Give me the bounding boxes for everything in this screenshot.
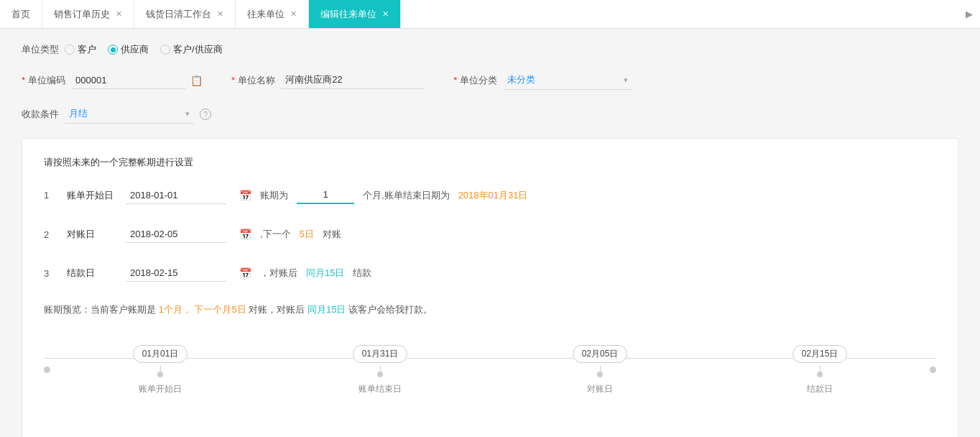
timeline-nodes-row: 01月01日 账单开始日 01月31日 账单结束日 (44, 345, 936, 395)
payment-terms-select[interactable]: 月结 ▾ (65, 104, 194, 124)
timeline-end-dot (930, 367, 936, 373)
period-payment-calendar-icon[interactable]: 📅 (239, 267, 251, 279)
radio-supplier-label: 供应商 (121, 43, 149, 56)
timeline-node-1-badge: 01月01日 (133, 345, 188, 363)
radio-supplier[interactable]: 供应商 (108, 43, 149, 56)
unit-name-input[interactable] (281, 72, 425, 89)
tab-edit-partner[interactable]: 编辑往来单位 ✕ (309, 0, 401, 28)
period-row-3: 3 结款日 📅 ，对账后 同月15日 结款 (44, 264, 936, 282)
unit-category-group: * 单位分类 未分类 ▾ (453, 70, 632, 90)
timeline-start-dot (44, 367, 50, 373)
payment-terms-row: 收款条件 月结 ▾ ? (22, 104, 958, 124)
period-start-calendar-icon[interactable]: 📅 (239, 190, 251, 201)
timeline-node-1-label: 账单开始日 (139, 383, 182, 395)
timeline-node-4-badge: 02月15日 (792, 345, 848, 363)
timeline: 01月01日 账单开始日 01月31日 账单结束日 (44, 331, 936, 424)
radio-both[interactable]: 客户/供应商 (160, 43, 223, 56)
radio-customer-label: 客户 (78, 43, 96, 56)
timeline-node-3-dot (597, 372, 603, 377)
period-field-label-3: 结款日 (67, 267, 117, 280)
main-content: 单位类型 客户 供应商 客户/供应商 * 单位编码 📋 * 单位名称 (0, 29, 980, 437)
unit-name-label: 单位名称 (238, 74, 275, 87)
tab-cash-work-close[interactable]: ✕ (217, 9, 223, 19)
tab-sales-history-close[interactable]: ✕ (116, 9, 122, 19)
period-field-label-1: 账单开始日 (67, 189, 117, 202)
payment-terms-arrow: ▾ (185, 109, 190, 119)
period-payment-suffix: 结款 (353, 267, 371, 280)
unit-type-label: 单位类型 (22, 43, 59, 56)
timeline-node-2-dot (377, 372, 383, 377)
unit-category-star: * (453, 75, 457, 86)
tab-sales-history-label: 销售订单历史 (54, 8, 110, 21)
payment-terms-label: 收款条件 (22, 108, 59, 121)
unit-code-star: * (22, 75, 25, 86)
timeline-node-1: 01月01日 账单开始日 (133, 345, 188, 395)
timeline-node-1-dot (157, 372, 163, 377)
radio-both-circle (160, 45, 170, 55)
timeline-node-4-label: 结款日 (807, 383, 833, 395)
unit-category-label: 单位分类 (460, 74, 497, 87)
timeline-node-4-dot (817, 372, 823, 377)
tab-cash-work[interactable]: 钱货日清工作台 ✕ (134, 0, 236, 28)
tab-partner-unit-label: 往来单位 (247, 8, 285, 21)
period-reconcile-calendar-icon[interactable]: 📅 (239, 229, 251, 240)
unit-type-radio-group: 客户 供应商 客户/供应商 (65, 43, 223, 56)
preview-text: 账期预览：当前客户账期是 1个月， 下一个月5日 对账，对账后 同月15日 该客… (44, 303, 936, 316)
preview-section: 账期预览：当前客户账期是 1个月， 下一个月5日 对账，对账后 同月15日 该客… (44, 303, 936, 424)
period-card: 请按照未来的一个完整帐期进行设置 1 账单开始日 📅 账期为 个月,账单结束日期… (22, 138, 958, 437)
timeline-node-3-label: 对账日 (587, 383, 613, 395)
timeline-node-2-badge: 01月31日 (353, 345, 408, 363)
preview-part1: 1个月， (159, 304, 192, 315)
timeline-node-2: 01月31日 账单结束日 (353, 345, 408, 395)
preview-part4: 同月15日 (308, 304, 346, 315)
period-num-1: 1 (44, 190, 58, 201)
period-row-1: 1 账单开始日 📅 账期为 个月,账单结束日期为 2018年01月31日 (44, 186, 936, 204)
tabs-bar: 首页 销售订单历史 ✕ 钱货日清工作台 ✕ 往来单位 ✕ 编辑往来单位 ✕ ▶ (0, 0, 980, 29)
unit-code-input[interactable] (71, 72, 186, 89)
timeline-end-circle (930, 367, 936, 373)
tab-edit-partner-close[interactable]: ✕ (382, 9, 389, 19)
period-reconcile-highlight: 5日 (300, 228, 314, 241)
preview-part2: 下一个月5日 (194, 304, 246, 315)
timeline-node-1-stem (160, 366, 161, 372)
period-payment-highlight: 同月15日 (306, 267, 344, 280)
period-payment-date-input[interactable] (126, 264, 226, 282)
period-unit-1: 个月,账单结束日期为 (363, 189, 450, 202)
tab-sales-history[interactable]: 销售订单历史 ✕ (42, 0, 134, 28)
unit-name-group: * 单位名称 (231, 72, 425, 89)
timeline-node-4: 02月15日 结款日 (792, 345, 848, 395)
period-num-3: 3 (44, 268, 58, 279)
tab-home[interactable]: 首页 (0, 0, 42, 28)
unit-name-star: * (231, 75, 235, 86)
period-reconcile-prefix: ,下一个 (260, 228, 291, 241)
unit-code-label: 单位编码 (28, 74, 65, 87)
timeline-node-3: 02月05日 对账日 (573, 345, 628, 395)
tabs-arrow[interactable]: ▶ (958, 0, 980, 28)
tab-home-label: 首页 (11, 8, 30, 21)
unit-category-select[interactable]: 未分类 ▾ (503, 70, 632, 90)
preview-part3: 对账，对账后 (249, 304, 305, 315)
period-end-date-display: 2018年01月31日 (458, 189, 528, 202)
unit-fields-row: * 单位编码 📋 * 单位名称 * 单位分类 未分类 ▾ (22, 70, 958, 90)
unit-code-group: * 单位编码 📋 (22, 72, 203, 89)
payment-terms-help[interactable]: ? (200, 109, 211, 120)
period-reconcile-date-input[interactable] (126, 226, 226, 243)
period-row-2: 2 对账日 📅 ,下一个 5日 对账 (44, 226, 936, 243)
timeline-node-3-badge: 02月05日 (573, 345, 628, 363)
preview-part5: 该客户会给我打款。 (348, 304, 433, 315)
period-start-date-input[interactable] (126, 187, 226, 204)
period-num-2: 2 (44, 229, 58, 240)
tab-cash-work-label: 钱货日清工作台 (146, 8, 211, 21)
unit-category-value: 未分类 (507, 73, 621, 86)
period-months-input[interactable] (297, 186, 354, 204)
unit-category-arrow: ▾ (624, 75, 628, 85)
timeline-node-3-stem (600, 366, 601, 372)
radio-customer[interactable]: 客户 (65, 43, 96, 56)
timeline-node-4-stem (820, 366, 820, 372)
tab-partner-unit-close[interactable]: ✕ (290, 9, 297, 19)
unit-type-row: 单位类型 客户 供应商 客户/供应商 (22, 43, 958, 56)
tab-partner-unit[interactable]: 往来单位 ✕ (236, 0, 309, 28)
period-reconcile-suffix: 对账 (323, 228, 341, 241)
unit-code-icon[interactable]: 📋 (190, 75, 203, 86)
preview-label: 账期预览：当前客户账期是 (44, 304, 156, 315)
